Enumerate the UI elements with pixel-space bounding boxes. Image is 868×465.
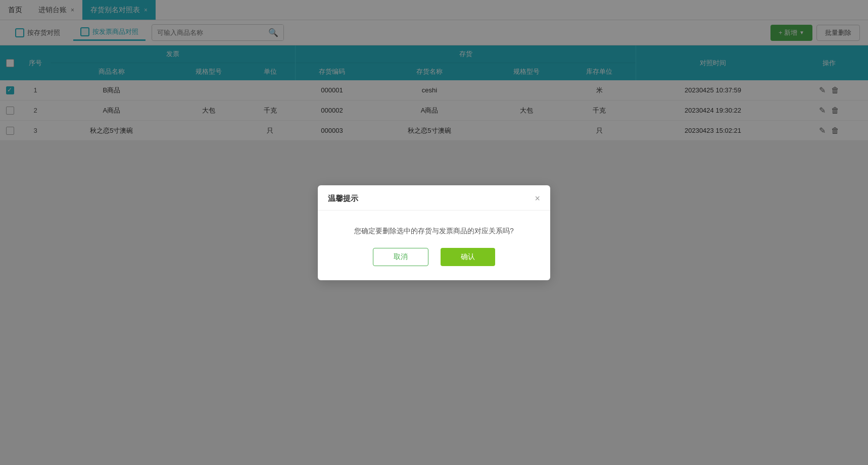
modal-overlay: 温馨提示 × 您确定要删除选中的存货与发票商品的对应关系吗? 取消 确认 [0, 0, 868, 141]
